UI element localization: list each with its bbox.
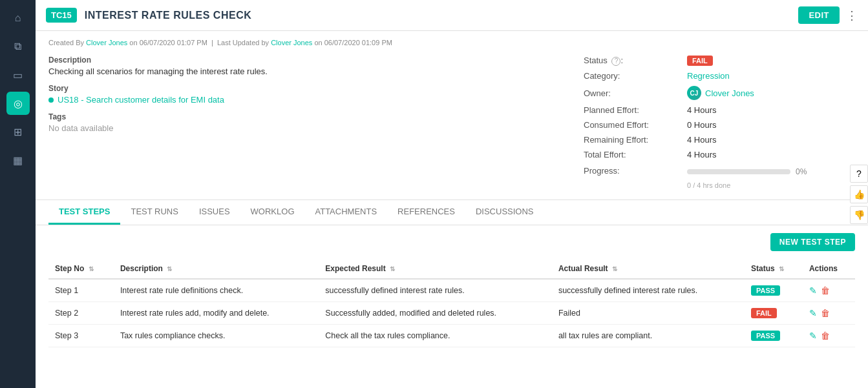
total-value: 4 Hours [687, 150, 717, 159]
detail-right: Status ?: FAIL Category: Regression Ow [584, 56, 855, 189]
cell-actual: successfully defined interest rate rules… [552, 279, 745, 302]
sidebar-item-layers[interactable]: ⧉ [6, 35, 30, 58]
page-title: INTEREST RATE RULES CHECK [85, 10, 251, 21]
progress-field: Progress: 0% [584, 165, 855, 176]
story-link[interactable]: US18 - Search customer details for EMI d… [58, 95, 224, 105]
status-info-icon: ? [611, 57, 620, 66]
cell-step-no: Step 1 [48, 279, 114, 302]
like-feedback-btn[interactable]: 👍 [850, 185, 868, 203]
owner-link[interactable]: Clover Jones [705, 88, 754, 98]
delete-row-icon[interactable]: 🗑 [821, 331, 830, 341]
tab-worklog[interactable]: WORKLOG [240, 200, 305, 225]
cell-expected: successfully defined interest rate rules… [319, 279, 552, 302]
cell-actual: Failed [552, 302, 745, 325]
tab-references[interactable]: REFERENCES [387, 200, 465, 225]
cell-description: Tax rules compliance checks. [114, 325, 319, 347]
tab-test-steps[interactable]: TEST STEPS [48, 200, 120, 225]
planned-value: 4 Hours [687, 105, 717, 115]
owner-avatar: CJ [687, 86, 701, 100]
description-label: Description [48, 56, 564, 65]
detail-left: Description Checking all scenarios for m… [48, 56, 584, 189]
tab-test-runs[interactable]: TEST RUNS [120, 200, 188, 225]
created-by-link[interactable]: Clover Jones [86, 39, 127, 46]
owner-value: CJ Clover Jones [687, 86, 754, 100]
cell-description: Interest rate rule definitions check. [114, 279, 319, 302]
sidebar-item-grid[interactable]: ⊞ [6, 120, 30, 143]
progress-value: 0% [687, 165, 807, 176]
total-field: Total Effort: 4 Hours [584, 150, 855, 159]
new-test-step-button[interactable]: NEW TEST STEP [770, 233, 855, 251]
delete-row-icon[interactable]: 🗑 [821, 285, 830, 296]
updated-on: 06/07/2020 01:09 PM [324, 39, 392, 46]
remaining-label: Remaining Effort: [584, 135, 687, 145]
owner-field: Owner: CJ Clover Jones [584, 86, 855, 100]
action-icons: ✎ 🗑 [809, 308, 849, 318]
sidebar-item-home[interactable]: ⌂ [6, 6, 30, 30]
edit-row-icon[interactable]: ✎ [809, 308, 817, 318]
progress-pct: 0% [796, 167, 807, 176]
tabs-bar: TEST STEPS TEST RUNS ISSUES WORKLOG ATTA… [36, 200, 868, 225]
sidebar-item-document[interactable]: ▭ [6, 63, 30, 87]
action-icons: ✎ 🗑 [809, 285, 849, 296]
consumed-field: Consumed Effort: 0 Hours [584, 120, 855, 130]
cell-step-no: Step 2 [48, 302, 114, 325]
sidebar-item-target[interactable]: ◎ [6, 92, 30, 115]
table-row: Step 2 Interest rate rules add, modify a… [48, 302, 855, 325]
cell-status: PASS [745, 325, 803, 347]
cell-status: FAIL [745, 302, 803, 325]
category-field: Category: Regression [584, 71, 855, 81]
tab-discussions[interactable]: DISCUSSIONS [465, 200, 544, 225]
dislike-feedback-btn[interactable]: 👎 [850, 206, 868, 224]
planned-label: Planned Effort: [584, 105, 687, 115]
detail-body: Description Checking all scenarios for m… [48, 56, 855, 189]
col-description: Description ⇅ [114, 259, 319, 279]
col-actions: Actions [803, 259, 855, 279]
created-by-label: Created By [48, 39, 84, 46]
remaining-field: Remaining Effort: 4 Hours [584, 135, 855, 145]
tab-issues[interactable]: ISSUES [189, 200, 240, 225]
updated-label: Last Updated by [217, 39, 269, 46]
cell-actions: ✎ 🗑 [803, 325, 855, 347]
status-fail-badge: FAIL [687, 56, 713, 66]
help-feedback-btn[interactable]: ? [850, 165, 868, 183]
story-dot [48, 97, 54, 103]
updated-by-link[interactable]: Clover Jones [271, 39, 312, 46]
cell-actual: all tax rules are compliant. [552, 325, 745, 347]
col-expected: Expected Result ⇅ [319, 259, 552, 279]
cell-actions: ✎ 🗑 [803, 302, 855, 325]
edit-row-icon[interactable]: ✎ [809, 285, 817, 296]
cell-expected: Check all the tax rules compliance. [319, 325, 552, 347]
tab-attachments[interactable]: ATTACHMENTS [305, 200, 388, 225]
cell-step-no: Step 3 [48, 325, 114, 347]
table-row: Step 1 Interest rate rule definitions ch… [48, 279, 855, 302]
action-icons: ✎ 🗑 [809, 331, 849, 341]
right-feedback-panel: ? 👍 👎 [850, 165, 868, 224]
cell-expected: Successfully added, modified and deleted… [319, 302, 552, 325]
table-section: NEW TEST STEP Step No ⇅ Description ⇅ Ex… [36, 225, 868, 388]
col-actual: Actual Result ⇅ [552, 259, 745, 279]
progress-bar-wrap: 0% [687, 167, 807, 176]
table-header-bar: NEW TEST STEP [48, 233, 855, 251]
status-label: Status ?: [584, 56, 687, 66]
description-value: Checking all scenarios for managing the … [48, 66, 564, 76]
cell-status: PASS [745, 279, 803, 302]
cell-actions: ✎ 🗑 [803, 279, 855, 302]
sidebar: ⌂ ⧉ ▭ ◎ ⊞ ▦ [0, 0, 36, 388]
edit-row-icon[interactable]: ✎ [809, 331, 817, 341]
story-item: US18 - Search customer details for EMI d… [48, 95, 564, 105]
row-status-badge: PASS [751, 285, 780, 296]
header-right: EDIT ⋮ [798, 6, 858, 24]
planned-field: Planned Effort: 4 Hours [584, 105, 855, 115]
delete-row-icon[interactable]: 🗑 [821, 308, 830, 318]
meta-info: Created By Clover Jones on 06/07/2020 01… [48, 39, 855, 46]
col-status: Status ⇅ [745, 259, 803, 279]
edit-button[interactable]: EDIT [798, 6, 840, 24]
more-icon[interactable]: ⋮ [846, 8, 858, 23]
progress-label: Progress: [584, 166, 687, 176]
consumed-label: Consumed Effort: [584, 120, 687, 130]
detail-section: Created By Clover Jones on 06/07/2020 01… [36, 31, 868, 200]
progress-sub: 0 / 4 hrs done [687, 181, 855, 189]
remaining-value: 4 Hours [687, 135, 717, 145]
sidebar-item-chart[interactable]: ▦ [6, 148, 30, 172]
table-row: Step 3 Tax rules compliance checks. Chec… [48, 325, 855, 347]
